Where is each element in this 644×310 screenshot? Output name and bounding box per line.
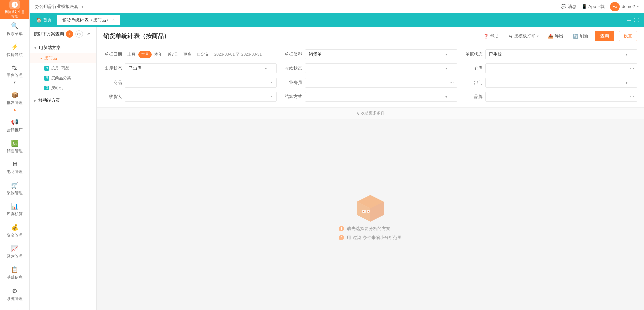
doc-type-select[interactable]: 销货单 ▾ [305, 49, 457, 59]
scheme-by-category[interactable]: 目 按商品分类 [30, 73, 96, 83]
date-control: 上月 本月 本年 近7天 更多 自定义 2023-03-01 至 2023-03… [125, 51, 277, 58]
sidebar: 畅捷通好生意 标版 🔍 搜索菜单 ⚡ 快捷导航 🛍 零售管理 ▾ 📦 批发管理 … [0, 0, 30, 310]
date-tab-this-month[interactable]: 本月 [138, 51, 152, 58]
sidebar-item-basic[interactable]: 📋 基础信息 [0, 263, 30, 284]
brand-input[interactable]: ··· [485, 92, 637, 102]
settings-btn[interactable]: 设置 [619, 31, 637, 41]
add-scheme-btn[interactable]: + [66, 30, 73, 38]
date-tab-this-year[interactable]: 本年 [152, 51, 165, 58]
scheme-by-cashier[interactable]: 目 按司机 [30, 83, 96, 93]
help-btn[interactable]: ❓ 帮助 [481, 32, 501, 40]
settings-label: 设置 [624, 33, 632, 39]
payment-label: 结算方式 [283, 94, 302, 100]
collapse-panel-btn[interactable]: « [85, 30, 92, 38]
desktop-section-label: 电脑端方案 [39, 45, 61, 51]
sidebar-item-quick-nav[interactable]: ⚡ 快捷导航 [0, 40, 30, 61]
avatar: Ea [610, 2, 620, 11]
scheme-by-product[interactable]: ● 按商品 [30, 53, 96, 63]
desktop-section: ▼ 电脑端方案 ● 按商品 月 按月+商品 目 按商品分类 目 按司机 [30, 41, 96, 94]
refresh-btn[interactable]: 🔄 刷新 [570, 32, 591, 40]
export-btn[interactable]: 📤 导出 [545, 32, 566, 40]
date-tab-custom[interactable]: 自定义 [194, 51, 212, 58]
sidebar-item-finance[interactable]: 💰 资金管理 [0, 220, 30, 242]
desktop-section-header[interactable]: ▼ 电脑端方案 [30, 43, 96, 53]
receiver-input[interactable]: ··· [125, 92, 277, 102]
product-input[interactable]: ··· [125, 78, 277, 88]
window-minimize-btn[interactable]: — [627, 17, 631, 23]
app-download-btn[interactable]: 📱 App下载 [582, 4, 605, 10]
tip-num-2: 2 [339, 235, 344, 240]
salesperson-input[interactable]: ··· [305, 78, 457, 88]
tab-bar: 🏠 首页 销货单统计表（按商品） × — ⛶ [30, 13, 644, 27]
out-status-control: 已出库 ▾ [125, 63, 277, 73]
sidebar-item-system[interactable]: ⚙ 系统管理 [0, 284, 30, 305]
filter-out-status-field: 出库状态 已出库 ▾ [103, 63, 277, 73]
avatar-text: Ea [612, 4, 618, 9]
date-tabs: 上月 本月 本年 近7天 更多 自定义 [125, 51, 212, 58]
sidebar-finance-label: 资金管理 [7, 232, 23, 238]
sidebar-purchase-label: 采购管理 [7, 190, 23, 196]
date-tab-more[interactable]: 更多 [181, 51, 194, 58]
filter-doc-type-field: 单据类型 销货单 ▾ [283, 49, 457, 59]
scheme-by-month-product[interactable]: 月 按月+商品 [30, 63, 96, 73]
sidebar-item-wholesale[interactable]: 📦 批发管理 ▴ [0, 88, 30, 115]
quick-nav-icon: ⚡ [11, 43, 18, 51]
sidebar-item-sales[interactable]: 💹 销售管理 [0, 136, 30, 157]
mobile-section-header[interactable]: ▶ 移动端方案 [30, 95, 96, 105]
enterprise-icon: 🤝 [11, 308, 18, 310]
query-btn[interactable]: 查询 [595, 31, 614, 41]
sidebar-item-ecommerce[interactable]: 🖥 电商管理 [0, 157, 30, 178]
window-maximize-btn[interactable]: ⛶ [634, 17, 639, 23]
sidebar-item-marketing[interactable]: 📢 营销推广 [0, 115, 30, 136]
warehouse-input[interactable]: ··· [485, 63, 637, 73]
left-panel-header: 按以下方案查询 + ⚙ « [30, 27, 96, 41]
payment-arrow: ▾ [445, 95, 447, 99]
brand-control: ··· [485, 92, 637, 102]
filter-row-3: 商品 ··· 业务员 ··· [103, 78, 637, 88]
doc-type-arrow: ▾ [445, 52, 447, 57]
filter-row-1: 单据日期 上月 本月 本年 近7天 更多 自定义 2023-03-01 至 20… [103, 49, 637, 59]
export-icon: 📤 [548, 34, 553, 39]
collapse-bar[interactable]: ∧ 收起更多条件 [97, 107, 644, 119]
sidebar-item-retail[interactable]: 🛍 零售管理 ▾ [0, 61, 30, 88]
message-btn[interactable]: 💬 消息 [561, 4, 576, 10]
warehouse-control: ··· [485, 63, 637, 73]
product-dots: ··· [269, 80, 274, 86]
date-tab-last-7-days[interactable]: 近7天 [165, 51, 181, 58]
industry-dropdown-arrow[interactable]: ▾ [81, 4, 84, 9]
tab-close-btn[interactable]: × [112, 18, 115, 22]
date-range: 2023-03-01 至 2023-03-31 [214, 52, 262, 57]
top-header-left: 办公用品行业模拟账套 ▾ [35, 4, 84, 10]
filter-panel: 单据日期 上月 本月 本年 近7天 更多 自定义 2023-03-01 至 20… [97, 44, 644, 107]
scheme-cashier-label: 按司机 [51, 85, 63, 91]
svg-point-6 [363, 211, 364, 212]
tab-home[interactable]: 🏠 首页 [32, 15, 56, 25]
sidebar-item-enterprise[interactable]: 🤝 企业协同 [0, 305, 30, 310]
print-btn[interactable]: 🖨 按模板打印 ▾ [505, 32, 541, 40]
sidebar-item-inventory[interactable]: 📊 库存核算 [0, 199, 30, 220]
cashier-icon: 目 [44, 86, 49, 90]
tab-active-label: 销货单统计表（按商品） [62, 17, 110, 23]
ecommerce-icon: 🖥 [12, 161, 18, 168]
receipt-status-select[interactable]: ▾ [305, 63, 457, 73]
payment-select[interactable]: ▾ [305, 92, 457, 102]
app-logo: 畅捷通好生意 标版 [0, 0, 30, 19]
print-dropdown-arrow: ▾ [537, 34, 539, 38]
out-status-select[interactable]: 已出库 ▾ [125, 63, 277, 73]
sidebar-item-purchase[interactable]: 🛒 采购管理 [0, 178, 30, 199]
tab-active[interactable]: 销货单统计表（按商品） × [57, 15, 120, 25]
doc-status-select[interactable]: 已生效 ▾ [485, 49, 637, 59]
date-tab-last-month[interactable]: 上月 [125, 51, 138, 58]
user-info[interactable]: Ea demo2 ▾ [610, 2, 639, 11]
tip-text-2: 用[过滤]条件来缩小分析范围 [347, 235, 401, 241]
receipt-status-arrow: ▾ [445, 66, 447, 71]
receipt-status-control: ▾ [305, 63, 457, 73]
sidebar-wholesale-label: 批发管理 [7, 100, 23, 106]
sidebar-item-search[interactable]: 🔍 搜索菜单 [0, 19, 30, 40]
app-name: 畅捷通好生意 [5, 10, 25, 14]
receipt-status-label: 收款状态 [283, 65, 302, 71]
department-select[interactable]: ▾ [485, 78, 637, 88]
svg-point-7 [368, 211, 369, 212]
sidebar-item-operation[interactable]: 📈 经营管理 [0, 242, 30, 263]
settings-scheme-btn[interactable]: ⚙ [75, 30, 83, 38]
